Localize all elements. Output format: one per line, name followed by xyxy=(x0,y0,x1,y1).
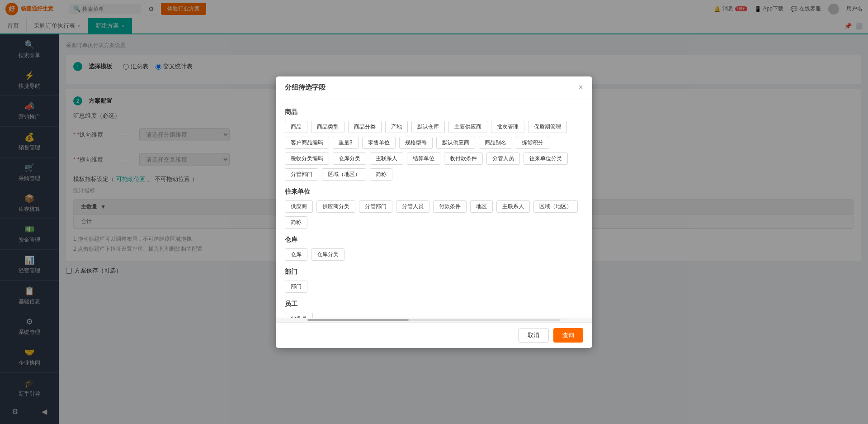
department-section: 部门 部门 xyxy=(285,268,583,293)
field-tag-partner-7[interactable]: 区域（地区） xyxy=(533,200,578,213)
field-tag-partner-6[interactable]: 主联系人 xyxy=(496,200,530,213)
field-tag-emp-0[interactable]: 业务员 xyxy=(285,313,313,318)
product-section: 商品 商品 商品类型 商品分类 产地 默认仓库 主要供应商 批次管理 保质期管理… xyxy=(285,108,583,181)
field-tag-product-12[interactable]: 默认供应商 xyxy=(436,137,475,149)
field-tag-product-16[interactable]: 仓库分类 xyxy=(333,152,366,165)
product-field-grid: 商品 商品类型 商品分类 产地 默认仓库 主要供应商 批次管理 保质期管理 客户… xyxy=(285,121,583,181)
field-tag-product-9[interactable]: 重量3 xyxy=(333,137,359,149)
field-tag-dept-0[interactable]: 部门 xyxy=(285,281,307,293)
field-tag-product-22[interactable]: 分管部门 xyxy=(285,168,318,181)
field-tag-product-17[interactable]: 主联系人 xyxy=(370,152,403,165)
modal-overlay[interactable]: 分组待选字段 × 商品 商品 商品类型 商品分类 产地 默认仓库 主要供应商 批… xyxy=(0,0,868,424)
field-tag-partner-1[interactable]: 供应商分类 xyxy=(316,200,355,213)
field-tag-product-14[interactable]: 拣货积分 xyxy=(516,137,549,149)
warehouse-section-title: 仓库 xyxy=(285,236,583,244)
employee-section-title: 员工 xyxy=(285,300,583,308)
field-tag-warehouse-1[interactable]: 仓库分类 xyxy=(311,248,344,261)
field-tag-partner-2[interactable]: 分管部门 xyxy=(359,200,392,213)
field-tag-partner-0[interactable]: 供应商 xyxy=(285,200,313,213)
field-tag-warehouse-0[interactable]: 仓库 xyxy=(285,248,307,261)
field-tag-partner-5[interactable]: 地区 xyxy=(470,200,493,213)
field-tag-product-24[interactable]: 简称 xyxy=(370,168,392,181)
employee-section: 员工 业务员 xyxy=(285,300,583,318)
field-tag-product-4[interactable]: 默认仓库 xyxy=(411,121,445,133)
field-tag-partner-8[interactable]: 简称 xyxy=(285,216,307,229)
modal-close-button[interactable]: × xyxy=(578,83,583,92)
modal-footer: 取消 查询 xyxy=(276,322,592,348)
field-tag-product-23[interactable]: 区域（地区） xyxy=(322,168,366,181)
partner-section: 往来单位 供应商 供应商分类 分管部门 分管人员 付款条件 地区 主联系人 区域… xyxy=(285,188,583,229)
modal-body: 商品 商品 商品类型 商品分类 产地 默认仓库 主要供应商 批次管理 保质期管理… xyxy=(276,99,592,318)
field-tag-product-11[interactable]: 规格型号 xyxy=(399,137,433,149)
field-tag-product-21[interactable]: 往来单位分类 xyxy=(524,152,568,165)
department-section-title: 部门 xyxy=(285,268,583,276)
partner-field-grid: 供应商 供应商分类 分管部门 分管人员 付款条件 地区 主联系人 区域（地区） … xyxy=(285,200,583,229)
field-tag-product-13[interactable]: 商品别名 xyxy=(479,137,512,149)
field-tag-product-3[interactable]: 产地 xyxy=(385,121,408,133)
field-tag-partner-4[interactable]: 付款条件 xyxy=(433,200,467,213)
warehouse-section: 仓库 仓库 仓库分类 xyxy=(285,236,583,261)
field-tag-product-8[interactable]: 客户商品编码 xyxy=(285,137,329,149)
field-tag-product-2[interactable]: 商品分类 xyxy=(348,121,382,133)
field-tag-product-5[interactable]: 主要供应商 xyxy=(448,121,487,133)
field-tag-product-18[interactable]: 结算单位 xyxy=(407,152,440,165)
field-tag-product-0[interactable]: 商品 xyxy=(285,121,307,133)
modal-confirm-button[interactable]: 查询 xyxy=(553,328,583,343)
partner-section-title: 往来单位 xyxy=(285,188,583,196)
field-tag-product-10[interactable]: 零售单位 xyxy=(362,137,396,149)
modal-header: 分组待选字段 × xyxy=(276,76,592,99)
field-tag-product-1[interactable]: 商品类型 xyxy=(311,121,344,133)
field-tag-product-6[interactable]: 批次管理 xyxy=(491,121,524,133)
modal-dialog: 分组待选字段 × 商品 商品 商品类型 商品分类 产地 默认仓库 主要供应商 批… xyxy=(276,76,592,348)
modal-title: 分组待选字段 xyxy=(285,83,326,92)
modal-horizontal-scrollbar[interactable] xyxy=(276,318,592,322)
field-tag-partner-3[interactable]: 分管人员 xyxy=(396,200,429,213)
field-tag-product-15[interactable]: 税收分类编码 xyxy=(285,152,329,165)
field-tag-product-19[interactable]: 收付款条件 xyxy=(444,152,483,165)
employee-field-grid: 业务员 xyxy=(285,313,583,318)
field-tag-product-7[interactable]: 保质期管理 xyxy=(528,121,567,133)
warehouse-field-grid: 仓库 仓库分类 xyxy=(285,248,583,261)
department-field-grid: 部门 xyxy=(285,281,583,293)
modal-cancel-button[interactable]: 取消 xyxy=(518,328,549,343)
product-section-title: 商品 xyxy=(285,108,583,116)
field-tag-product-20[interactable]: 分管人员 xyxy=(486,152,520,165)
